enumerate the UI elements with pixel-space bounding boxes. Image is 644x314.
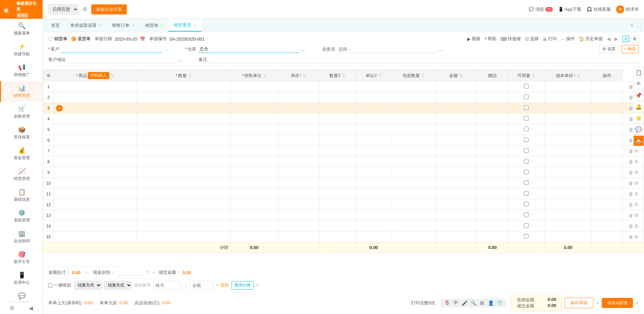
delete-row-icon[interactable]: 🗑 xyxy=(629,127,633,132)
save-draft-button[interactable]: 保存草稿 xyxy=(565,298,593,308)
scan-btn[interactable]: 扫码录入 xyxy=(88,72,109,79)
copy-row-icon[interactable]: ⧉ xyxy=(635,234,638,240)
warehouse-input[interactable] xyxy=(198,46,300,53)
right-panel-item-2[interactable]: 👁 xyxy=(633,78,644,89)
sos-icon-grid[interactable]: ⊞ xyxy=(478,299,486,307)
calendar-icon[interactable]: 📅 xyxy=(140,37,145,42)
customer-input[interactable] xyxy=(61,46,163,53)
gift-checkbox[interactable] xyxy=(524,84,529,88)
right-panel-item-6[interactable]: 💬 xyxy=(633,124,644,135)
sort-icon[interactable]: ⇅ xyxy=(532,73,535,78)
right-panel-item-1[interactable]: 📋 xyxy=(633,67,644,78)
sort-icon[interactable]: ⇅ xyxy=(188,73,192,78)
next-record-icon[interactable]: ▶ xyxy=(614,36,618,42)
save-new-chevron-icon[interactable]: ∧ xyxy=(636,301,639,305)
shortcut-action[interactable]: ⌨ 快捷键 xyxy=(500,36,521,42)
col-header-setting[interactable]: ⚙ xyxy=(43,70,54,81)
one-click-input[interactable] xyxy=(48,283,53,288)
delivery-radio[interactable]: 销货单 xyxy=(48,36,67,42)
sidebar-item-shortcut[interactable]: ⚡ 快捷导航 xyxy=(0,40,43,60)
delete-row-icon[interactable]: 🗑 xyxy=(629,148,633,154)
sort-icon[interactable]: ⇅ xyxy=(577,73,580,78)
gift-checkbox[interactable] xyxy=(524,212,529,217)
online-service-button[interactable]: 🎧 在线客服 xyxy=(587,6,611,12)
address-input[interactable] xyxy=(68,56,176,63)
gift-checkbox[interactable] xyxy=(524,202,529,206)
sos-icon-person[interactable]: 👤 xyxy=(487,299,494,307)
tab-price-settings[interactable]: 售价提取设置 × xyxy=(65,20,107,31)
gift-checkbox[interactable] xyxy=(524,180,529,185)
delete-row-icon[interactable]: 🗑 xyxy=(629,116,633,122)
delete-row-icon[interactable]: 🗑 xyxy=(629,95,633,100)
gift-checkbox[interactable] xyxy=(524,170,529,174)
sort-icon[interactable]: ⇅ xyxy=(421,73,425,78)
tab-close-icon[interactable]: × xyxy=(161,23,163,27)
sidebar-item-guide[interactable]: 🎯 新手引导 xyxy=(0,247,43,268)
tab-close-icon[interactable]: × xyxy=(194,23,196,27)
setting-button[interactable]: ⚙ 设置 xyxy=(599,45,618,53)
product-input[interactable] xyxy=(139,106,228,111)
sidebar-item-search[interactable]: 🔍 搜索菜单 xyxy=(0,19,43,40)
copy-row-icon[interactable]: ⧉ xyxy=(635,212,638,218)
right-panel-item-5[interactable]: ⭐ xyxy=(633,113,644,123)
sidebar-item-marketing[interactable]: 📢 营销推广 xyxy=(0,60,43,81)
delete-row-icon[interactable]: 🗑 xyxy=(629,84,633,89)
delete-row-icon[interactable]: 🗑 xyxy=(629,159,633,165)
settlement-dropdown[interactable]: 结算方式 xyxy=(74,281,102,290)
warehouse-select-icon[interactable]: ... xyxy=(302,46,306,52)
copy-row-icon[interactable]: ⧉ xyxy=(635,180,638,186)
cash-discount-input[interactable] xyxy=(117,269,144,276)
sidebar-item-finance[interactable]: 💰 资金管理 xyxy=(0,143,43,164)
sort-icon[interactable]: ⇅ xyxy=(459,73,463,78)
sort-icon[interactable]: ⇅ xyxy=(378,73,382,78)
collapse-icon[interactable]: ◀ xyxy=(29,305,33,311)
salesperson-input[interactable] xyxy=(337,46,436,53)
sos-icon-s[interactable]: S xyxy=(443,299,451,307)
salesperson-select-icon[interactable]: ... xyxy=(438,46,443,52)
amount-input[interactable] xyxy=(190,281,213,290)
sidebar-item-app-center[interactable]: 📱 应用中心 xyxy=(0,268,43,289)
gift-checkbox[interactable] xyxy=(524,105,529,110)
video-action[interactable]: ▶ 视频 xyxy=(467,36,480,42)
sidebar-item-sales[interactable]: 📊 销售管理 xyxy=(0,81,43,102)
copy-row-icon[interactable]: ⧉ xyxy=(635,223,638,229)
sidebar-item-operation[interactable]: 📈 经营管理 xyxy=(0,164,43,185)
message-button[interactable]: 💬 消息 70 xyxy=(529,6,553,12)
sos-icon-zhong[interactable]: 中 xyxy=(452,299,460,307)
print-action[interactable]: 🖨 打印 xyxy=(543,36,557,42)
settings-bottom-icon[interactable]: ⚙ xyxy=(10,305,14,311)
sidebar-item-system[interactable]: ⚙️ 系统管理 xyxy=(0,206,43,227)
close-tab-icon[interactable]: ✕ xyxy=(630,23,634,28)
one-click-checkbox[interactable]: 一键收款 xyxy=(48,282,71,288)
calculation-dropdown[interactable]: 结算方式 xyxy=(104,281,132,290)
tab-close-icon[interactable]: × xyxy=(99,23,101,27)
copy-row-icon[interactable]: ⧉ xyxy=(635,159,638,165)
delete-row-icon[interactable]: 🗑 xyxy=(629,234,633,240)
delete-row-icon[interactable]: 🗑 xyxy=(629,202,633,207)
history-action[interactable]: 📜 历史单据 xyxy=(579,36,603,42)
tab-home[interactable]: 首页 xyxy=(46,20,65,31)
delete-row-icon[interactable]: 🗑 xyxy=(629,224,633,229)
sos-icon-search[interactable]: 🔍 xyxy=(470,299,477,307)
price-info-icon[interactable]: ℹ xyxy=(300,73,302,78)
maximize-icon[interactable]: ⛶ xyxy=(637,23,641,28)
gift-checkbox[interactable] xyxy=(524,223,529,228)
select-action[interactable]: ☑ 选择 xyxy=(525,36,539,42)
cost-info-icon[interactable]: ℹ xyxy=(574,73,575,78)
account-input[interactable] xyxy=(153,281,180,290)
app-download-button[interactable]: 📱 App下载 xyxy=(558,6,581,12)
list-view-btn[interactable]: ≡ xyxy=(622,36,629,42)
sidebar-item-wechat[interactable]: 💬 企业微信 xyxy=(0,289,43,302)
prev-record-icon[interactable]: ◀ xyxy=(607,36,610,42)
tab-sales-order[interactable]: 销售订单 × xyxy=(107,20,140,31)
gift-checkbox[interactable] xyxy=(524,116,529,121)
delete-row-icon[interactable]: 🗑 xyxy=(629,138,633,143)
right-panel-item-7[interactable]: 🏠 xyxy=(633,135,644,146)
add-row-button[interactable]: + xyxy=(56,105,63,112)
right-panel-item-4[interactable]: 🔔 xyxy=(633,101,644,112)
gift-checkbox[interactable] xyxy=(524,137,529,142)
sort-icon[interactable]: ⇅ xyxy=(303,73,307,78)
add-logistics-button[interactable]: + 物流 xyxy=(621,45,639,53)
gift-checkbox[interactable] xyxy=(524,234,529,239)
sidebar-item-inventory[interactable]: 📦 库存核算 xyxy=(0,123,43,143)
